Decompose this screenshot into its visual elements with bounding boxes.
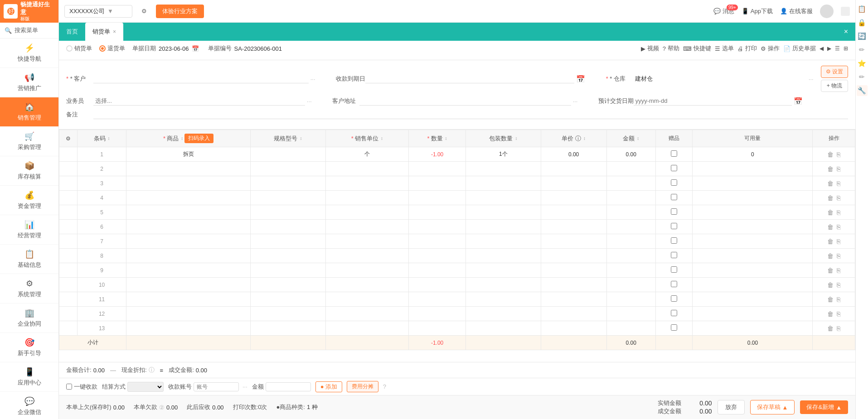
row-qty-6[interactable] — [409, 234, 466, 249]
notes-input[interactable] — [93, 110, 848, 119]
gift-checkbox-8[interactable] — [671, 266, 677, 273]
tab-home[interactable]: 首页 — [59, 23, 85, 41]
row-product-10[interactable] — [126, 292, 251, 307]
copy-row-10[interactable]: ⎘ — [837, 296, 840, 303]
copy-row-12[interactable]: ⎘ — [837, 325, 840, 332]
setup-button[interactable]: ⚙ 设置 — [821, 66, 848, 78]
copy-row-0[interactable]: ⎘ — [837, 151, 840, 158]
settlement-select[interactable] — [127, 382, 164, 392]
radio-return-order[interactable]: 退货单 — [99, 44, 125, 53]
action-help[interactable]: ? 帮助 — [663, 44, 679, 53]
row-qty-3[interactable] — [409, 191, 466, 205]
row-unit-1[interactable] — [325, 162, 408, 176]
right-panel-refresh-icon[interactable]: 🔄 — [857, 31, 868, 42]
sidebar-item-marketing[interactable]: 📢 营销推广 — [0, 68, 58, 97]
row-product-3[interactable] — [126, 191, 251, 205]
tab-close-icon[interactable]: × — [113, 29, 116, 35]
action-next[interactable]: ▶ — [827, 45, 831, 52]
row-qty-8[interactable] — [409, 263, 466, 278]
row-price-10[interactable] — [541, 292, 606, 307]
gift-checkbox-0[interactable] — [671, 150, 677, 157]
copy-row-5[interactable]: ⎘ — [837, 223, 840, 231]
date-calendar-icon[interactable]: 📅 — [192, 45, 199, 52]
gift-checkbox-3[interactable] — [671, 194, 677, 200]
gift-checkbox-6[interactable] — [671, 237, 677, 244]
action-video[interactable]: ▶ 视频 — [641, 44, 659, 53]
delete-row-3[interactable]: 🗑 — [827, 194, 834, 202]
arrears-hint-icon[interactable]: ② — [159, 404, 165, 411]
row-spec-6[interactable] — [251, 234, 326, 249]
row-qty-10[interactable] — [409, 292, 466, 307]
row-unit-2[interactable] — [325, 176, 408, 191]
row-unit-4[interactable] — [325, 205, 408, 220]
sidebar-item-purchase[interactable]: 🛒 采购管理 — [0, 127, 58, 156]
row-amount-0[interactable]: 0.00 — [606, 147, 655, 162]
app-download-button[interactable]: 📱 App下载 — [742, 7, 773, 15]
action-select[interactable]: ☰ 选单 — [715, 44, 734, 53]
row-unit-3[interactable] — [325, 191, 408, 205]
action-history[interactable]: 📄 历史单据 — [783, 44, 816, 53]
right-panel-lock-icon[interactable]: 🔒 — [857, 17, 868, 28]
row-unit-6[interactable] — [325, 234, 408, 249]
row-unit-9[interactable] — [325, 278, 408, 292]
row-price-3[interactable] — [541, 191, 606, 205]
logistics-button[interactable]: + 物流 — [821, 80, 848, 92]
row-pkg-1[interactable] — [466, 162, 541, 176]
row-amount-11[interactable] — [606, 307, 655, 321]
payment-due-input[interactable] — [365, 74, 574, 83]
sort-pkg[interactable]: ↕ — [515, 136, 517, 141]
row-price-12[interactable] — [541, 321, 606, 336]
row-price-7[interactable] — [541, 249, 606, 263]
row-spec-3[interactable] — [251, 191, 326, 205]
message-button[interactable]: 💬 消息 99+ — [713, 7, 734, 15]
add-payment-button[interactable]: ● 添加 — [315, 381, 342, 392]
row-spec-12[interactable] — [251, 321, 326, 336]
delete-row-7[interactable]: 🗑 — [827, 252, 834, 260]
delete-row-8[interactable]: 🗑 — [827, 267, 834, 274]
one-click-payment-checkbox[interactable]: 一键收款 — [66, 383, 97, 391]
copy-row-8[interactable]: ⎘ — [837, 267, 840, 274]
gift-checkbox-5[interactable] — [671, 223, 677, 229]
row-amount-10[interactable] — [606, 292, 655, 307]
expense-allocation-button[interactable]: 费用分摊 — [347, 381, 378, 392]
row-product-0[interactable]: 拆页 — [126, 147, 251, 162]
row-product-9[interactable] — [126, 278, 251, 292]
payment-help-icon[interactable]: ? — [383, 383, 386, 390]
delete-row-6[interactable]: 🗑 — [827, 238, 834, 245]
row-qty-4[interactable] — [409, 205, 466, 220]
row-qty-12[interactable] — [409, 321, 466, 336]
gift-checkbox-11[interactable] — [671, 310, 677, 316]
right-panel-tool-icon[interactable]: 🔧 — [857, 85, 868, 96]
expected-delivery-input[interactable] — [634, 96, 792, 106]
row-amount-5[interactable] — [606, 220, 655, 234]
right-panel-star-icon[interactable]: ⭐ — [857, 58, 868, 69]
row-unit-8[interactable] — [325, 263, 408, 278]
copy-row-3[interactable]: ⎘ — [837, 194, 840, 202]
row-unit-12[interactable] — [325, 321, 408, 336]
delete-row-0[interactable]: 🗑 — [827, 151, 834, 158]
gift-checkbox-12[interactable] — [671, 324, 677, 331]
delete-row-5[interactable]: 🗑 — [827, 223, 834, 231]
sort-product[interactable]: ↕ — [181, 136, 183, 141]
row-pkg-9[interactable] — [466, 278, 541, 292]
action-print[interactable]: 🖨 打印 — [737, 44, 757, 53]
delete-row-12[interactable]: 🗑 — [827, 325, 834, 332]
copy-row-7[interactable]: ⎘ — [837, 252, 840, 260]
action-list-view[interactable]: ☰ — [835, 45, 840, 52]
row-spec-10[interactable] — [251, 292, 326, 307]
sidebar-item-sales[interactable]: 🏠 销售管理 — [0, 97, 58, 127]
row-unit-5[interactable] — [325, 220, 408, 234]
action-grid-view[interactable]: ⊞ — [844, 45, 848, 52]
sidebar-item-enterprise[interactable]: 🏢 企业协同 — [0, 303, 58, 333]
row-price-0[interactable]: 0.00 — [541, 147, 606, 162]
sort-barcode[interactable]: ↕ — [108, 136, 110, 141]
delete-row-4[interactable]: 🗑 — [827, 209, 834, 216]
row-product-7[interactable] — [126, 249, 251, 263]
row-qty-0[interactable]: -1.00 — [409, 147, 466, 162]
row-spec-1[interactable] — [251, 162, 326, 176]
right-panel-clipboard-icon[interactable]: 📋 — [857, 4, 868, 14]
row-qty-2[interactable] — [409, 176, 466, 191]
row-qty-11[interactable] — [409, 307, 466, 321]
row-spec-11[interactable] — [251, 307, 326, 321]
sidebar-item-guide[interactable]: 🎯 新手引导 — [0, 333, 58, 362]
